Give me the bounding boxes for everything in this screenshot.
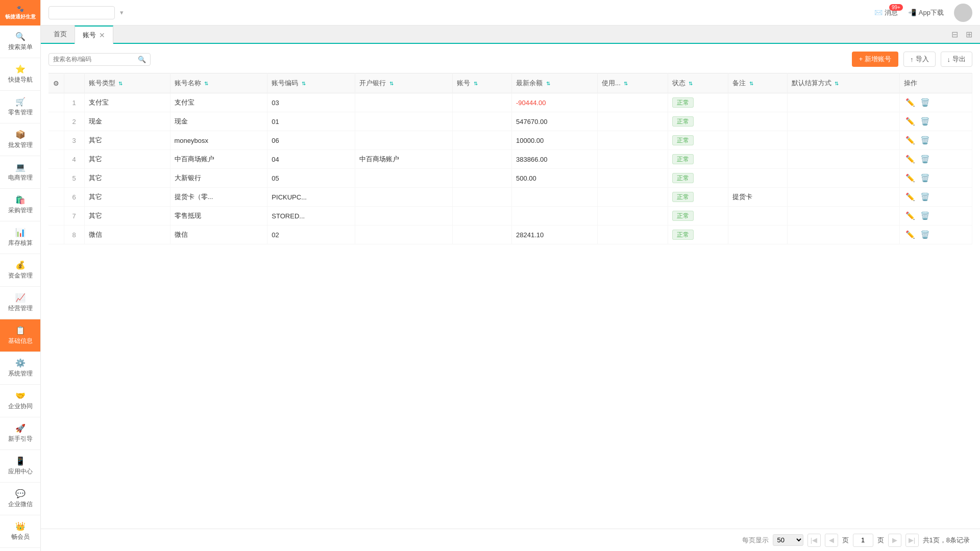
sidebar-item-label: 畅会员 xyxy=(11,533,30,540)
export-button[interactable]: ↓ 导出 xyxy=(941,52,973,67)
col-account-number[interactable]: 账号 ⇅ xyxy=(453,73,512,93)
delete-button[interactable]: 🗑️ xyxy=(920,117,930,126)
import-button[interactable]: ↑ 导入 xyxy=(903,52,936,67)
row-index: 3 xyxy=(64,131,84,150)
add-account-button[interactable]: + 新增账号 xyxy=(852,52,898,67)
app-icon: 📲 xyxy=(908,9,916,16)
row-balance xyxy=(512,207,598,226)
expand-icon[interactable]: ⊞ xyxy=(963,30,975,39)
row-remark xyxy=(728,93,788,112)
delete-button[interactable]: 🗑️ xyxy=(920,173,930,182)
edit-button[interactable]: ✏️ xyxy=(905,117,915,126)
tab-home[interactable]: 首页 xyxy=(46,25,75,43)
sidebar-item-quick-nav[interactable]: ⭐ 快捷导航 xyxy=(0,58,40,91)
sidebar-item-basic-info[interactable]: 📋 基础信息 xyxy=(0,319,40,352)
search-input[interactable] xyxy=(53,56,138,63)
edit-button[interactable]: ✏️ xyxy=(905,230,915,239)
topbar: ▾ ✉️ 消息 99+ 📲 App下载 xyxy=(41,0,980,26)
col-actions: 操作 xyxy=(900,73,972,93)
col-account-code[interactable]: 账号编码 ⇅ xyxy=(267,73,355,93)
topbar-dropdown-icon[interactable]: ▾ xyxy=(120,9,124,16)
sidebar-item-beginner[interactable]: 🚀 新手引导 xyxy=(0,417,40,450)
col-default-settlement[interactable]: 默认结算方式 ⇅ xyxy=(787,73,899,93)
next-page-button[interactable]: ▶ xyxy=(888,534,901,547)
sidebar-item-system[interactable]: ⚙️ 系统管理 xyxy=(0,352,40,385)
page-input[interactable] xyxy=(853,534,873,547)
delete-button[interactable]: 🗑️ xyxy=(920,211,930,220)
edit-button[interactable]: ✏️ xyxy=(905,136,915,144)
row-type: 支付宝 xyxy=(84,93,170,112)
delete-button[interactable]: 🗑️ xyxy=(920,230,930,239)
row-name: 现金 xyxy=(170,112,267,131)
row-status: 正常 xyxy=(668,188,728,207)
row-code: STORED... xyxy=(267,207,355,226)
logo-text: 畅捷通好生意 xyxy=(5,13,36,20)
delete-button[interactable]: 🗑️ xyxy=(920,98,930,107)
col-bank[interactable]: 开户银行 ⇅ xyxy=(355,73,453,93)
sidebar-item-member[interactable]: 👑 畅会员 xyxy=(0,515,40,548)
sidebar-item-retail[interactable]: 🛒 零售管理 xyxy=(0,91,40,123)
delete-button[interactable]: 🗑️ xyxy=(920,155,930,163)
col-settings[interactable]: ⚙ xyxy=(48,73,64,93)
search-icon[interactable]: 🔍 xyxy=(138,56,146,63)
row-actions: ✏️ 🗑️ xyxy=(900,226,972,244)
topbar-msg-btn[interactable]: ✉️ 消息 99+ xyxy=(874,8,898,17)
delete-button[interactable]: 🗑️ xyxy=(920,136,930,144)
topbar-search-input[interactable] xyxy=(48,6,115,19)
sidebar-item-label: 零售管理 xyxy=(8,109,33,116)
row-index: 1 xyxy=(64,93,84,112)
per-page-select[interactable]: 50 20 100 xyxy=(773,534,803,546)
sidebar-item-search-menu[interactable]: 🔍 搜索菜单 xyxy=(0,26,40,58)
table-row: 2 现金 现金 01 547670.00 正常 ✏️ 🗑️ xyxy=(48,112,972,131)
avatar[interactable] xyxy=(954,4,972,22)
row-bank xyxy=(355,131,453,150)
col-use-info[interactable]: 使用... ⇅ xyxy=(598,73,668,93)
delete-button[interactable]: 🗑️ xyxy=(920,192,930,201)
enterprise-icon: 🤝 xyxy=(3,391,38,400)
edit-button[interactable]: ✏️ xyxy=(905,211,915,220)
first-page-button[interactable]: |◀ xyxy=(807,534,821,547)
tab-account[interactable]: 账号 ✕ xyxy=(75,26,113,44)
edit-button[interactable]: ✏️ xyxy=(905,155,915,163)
basic-info-icon: 📋 xyxy=(3,325,38,335)
col-remark[interactable]: 备注 ⇅ xyxy=(728,73,788,93)
row-account xyxy=(453,226,512,244)
import-icon: ↑ xyxy=(910,56,914,63)
col-latest-balance[interactable]: 最新余额 ⇅ xyxy=(512,73,598,93)
sidebar-item-inventory[interactable]: 📊 库存核算 xyxy=(0,221,40,254)
sidebar-item-enterprise-wx[interactable]: 💬 企业微信 xyxy=(0,483,40,515)
col-account-name[interactable]: 账号名称 ⇅ xyxy=(170,73,267,93)
status-badge: 正常 xyxy=(672,154,694,164)
beginner-icon: 🚀 xyxy=(3,423,38,433)
row-remark: 提货卡 xyxy=(728,188,788,207)
last-page-button[interactable]: ▶| xyxy=(905,534,919,547)
sidebar-item-purchase[interactable]: 🛍️ 采购管理 xyxy=(0,189,40,221)
edit-button[interactable]: ✏️ xyxy=(905,173,915,182)
prev-page-button[interactable]: ◀ xyxy=(825,534,838,547)
sidebar-item-wholesale[interactable]: 📦 批发管理 xyxy=(0,123,40,156)
topbar-app-btn[interactable]: 📲 App下载 xyxy=(908,8,944,17)
row-index: 4 xyxy=(64,150,84,169)
row-bank xyxy=(355,93,453,112)
minimize-icon[interactable]: ⊟ xyxy=(949,30,961,39)
sidebar-item-operations[interactable]: 📈 经营管理 xyxy=(0,287,40,319)
search-menu-icon: 🔍 xyxy=(3,32,38,41)
sidebar-item-enterprise[interactable]: 🤝 企业协同 xyxy=(0,385,40,417)
row-status: 正常 xyxy=(668,226,728,244)
sidebar-item-app-center[interactable]: 📱 应用中心 xyxy=(0,450,40,483)
row-use xyxy=(598,188,668,207)
sidebar-item-finance[interactable]: 💰 资金管理 xyxy=(0,254,40,287)
purchase-icon: 🛍️ xyxy=(3,195,38,205)
edit-button[interactable]: ✏️ xyxy=(905,192,915,201)
edit-button[interactable]: ✏️ xyxy=(905,98,915,107)
sidebar-item-ecommerce[interactable]: 💻 电商管理 xyxy=(0,156,40,189)
row-index: 8 xyxy=(64,226,84,244)
row-use xyxy=(598,226,668,244)
row-actions: ✏️ 🗑️ xyxy=(900,188,972,207)
row-bank xyxy=(355,188,453,207)
col-status[interactable]: 状态 ⇅ xyxy=(668,73,728,93)
tab-close-icon[interactable]: ✕ xyxy=(99,31,105,39)
row-remark xyxy=(728,207,788,226)
member-icon: 👑 xyxy=(3,521,38,531)
col-account-type[interactable]: 账号类型 ⇅ xyxy=(84,73,170,93)
